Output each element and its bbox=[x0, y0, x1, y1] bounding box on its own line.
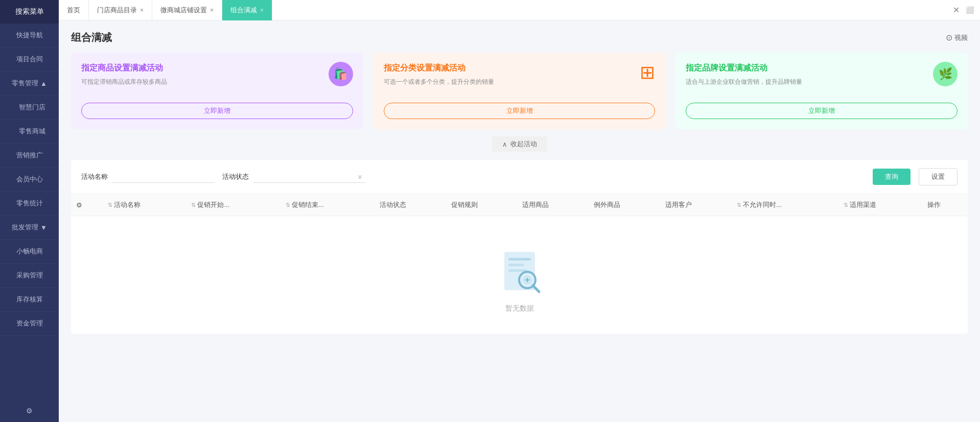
sidebar-item-retail-stats[interactable]: 零售统计 bbox=[0, 192, 59, 216]
grid-icon: ⊞ bbox=[640, 62, 655, 83]
sidebar-search[interactable]: 搜索菜单 bbox=[0, 0, 59, 24]
table-gear-icon[interactable]: ⚙ bbox=[76, 201, 82, 209]
empty-illustration bbox=[489, 247, 550, 298]
sidebar-item-project-contract[interactable]: 项目合同 bbox=[0, 48, 59, 72]
setting-button[interactable]: 设置 bbox=[919, 168, 958, 185]
tab-close-wechat-store[interactable]: × bbox=[210, 7, 214, 14]
filter-name-item: 活动名称 bbox=[81, 171, 214, 183]
table-header-row: ⚙ 活动名称 促销开始... 促销结束... 活动状态 促销规则 适用商品 例外… bbox=[71, 194, 968, 216]
card-category-discount: 指定分类设置满减活动 可选一个或者多个分类，提升分类的销量 ⊞ 立即新增 bbox=[374, 53, 666, 129]
card-product-title: 指定商品设置满减活动 bbox=[81, 63, 353, 74]
play-circle-icon: ⊙ bbox=[946, 33, 952, 42]
sidebar-item-member-center[interactable]: 会员中心 bbox=[0, 168, 59, 192]
bag-icon: 🛍️ bbox=[329, 62, 353, 86]
activity-name-label: 活动名称 bbox=[81, 172, 108, 181]
activity-status-select-wrapper: 进行中 已结束 未开始 ∨ bbox=[253, 171, 365, 183]
svg-rect-1 bbox=[508, 258, 531, 261]
svg-rect-2 bbox=[508, 264, 524, 266]
card-product-desc: 可指定滞销商品或库存较多商品 bbox=[81, 78, 353, 86]
col-applicable-channel[interactable]: 适用渠道 bbox=[838, 194, 922, 216]
col-promo-rule: 促销规则 bbox=[446, 194, 518, 216]
empty-text: 暂无数据 bbox=[505, 304, 534, 313]
tab-combo-discount[interactable]: 组合满减 × bbox=[222, 0, 272, 20]
sidebar-item-quick-nav[interactable]: 快捷导航 bbox=[0, 24, 59, 48]
close-window-icon[interactable]: ✕ bbox=[953, 5, 960, 15]
tab-close-combo-discount[interactable]: × bbox=[260, 7, 264, 14]
card-brand-desc: 适合与上游企业联合做营销，提升品牌销量 bbox=[686, 78, 958, 86]
col-operation: 操作 bbox=[922, 194, 968, 216]
col-exception-goods: 例外商品 bbox=[589, 194, 660, 216]
collapse-bar: ∧ 收起活动 bbox=[71, 136, 968, 152]
main-area: 首页 门店商品目录 × 微商城店铺设置 × 组合满减 × ✕ ⬜ 组合满减 ⊙ … bbox=[59, 0, 980, 422]
tab-store-catalog[interactable]: 门店商品目录 × bbox=[89, 0, 152, 20]
activity-name-input[interactable] bbox=[112, 171, 214, 183]
activity-status-select[interactable]: 进行中 已结束 未开始 bbox=[253, 171, 365, 182]
filter-row: 活动名称 活动状态 进行中 已结束 未开始 ∨ 查询 设置 bbox=[71, 160, 968, 194]
col-promo-start[interactable]: 促销开始... bbox=[186, 194, 280, 216]
col-no-same-time[interactable]: 不允许同时... bbox=[732, 194, 839, 216]
sidebar-item-fund-mgmt[interactable]: 资金管理 bbox=[0, 312, 59, 336]
card-category-desc: 可选一个或者多个分类，提升分类的销量 bbox=[384, 78, 656, 86]
chevron-down-icon: ▼ bbox=[40, 224, 47, 231]
col-gear: ⚙ bbox=[71, 194, 103, 216]
video-link[interactable]: ⊙ 视频 bbox=[946, 33, 968, 42]
chevron-up-icon: ▲ bbox=[40, 80, 47, 87]
chevron-up-icon: ∧ bbox=[502, 140, 507, 148]
tab-wechat-store[interactable]: 微商城店铺设置 × bbox=[152, 0, 222, 20]
table-wrap: ⚙ 活动名称 促销开始... 促销结束... 活动状态 促销规则 适用商品 例外… bbox=[71, 194, 968, 334]
tab-close-store-catalog[interactable]: × bbox=[140, 7, 144, 14]
add-product-discount-button[interactable]: 立即新增 bbox=[81, 103, 353, 119]
sidebar-item-purchase-mgmt[interactable]: 采购管理 bbox=[0, 264, 59, 288]
sidebar-item-marketing[interactable]: 营销推广 bbox=[0, 144, 59, 168]
window-controls: ✕ ⬜ bbox=[947, 5, 980, 15]
sidebar: 搜索菜单 快捷导航 项目合同 零售管理 ▲ 智慧门店 零售商城 营销推广 会员中… bbox=[0, 0, 59, 422]
card-brand-discount: 指定品牌设置满减活动 适合与上游企业联合做营销，提升品牌销量 🌿 立即新增 bbox=[675, 53, 968, 129]
sidebar-settings[interactable]: ⚙ bbox=[0, 400, 59, 422]
page-title: 组合满减 bbox=[71, 31, 112, 44]
sidebar-item-wholesale-mgmt[interactable]: 批发管理 ▼ bbox=[0, 216, 59, 240]
card-brand-title: 指定品牌设置满减活动 bbox=[686, 63, 958, 74]
card-category-title: 指定分类设置满减活动 bbox=[384, 63, 656, 74]
content-area: 组合满减 ⊙ 视频 指定商品设置满减活动 可指定滞销商品或库存较多商品 🛍️ 立… bbox=[59, 20, 980, 422]
page-header: 组合满减 ⊙ 视频 bbox=[71, 31, 968, 44]
query-button[interactable]: 查询 bbox=[873, 169, 911, 185]
leaf-icon: 🌿 bbox=[933, 62, 958, 86]
gear-icon: ⚙ bbox=[26, 407, 33, 415]
filter-status-item: 活动状态 进行中 已结束 未开始 ∨ bbox=[222, 171, 365, 183]
empty-state: 暂无数据 bbox=[71, 216, 968, 334]
tabs-bar: 首页 门店商品目录 × 微商城店铺设置 × 组合满减 × ✕ ⬜ bbox=[59, 0, 980, 20]
add-category-discount-button[interactable]: 立即新增 bbox=[384, 103, 656, 119]
add-brand-discount-button[interactable]: 立即新增 bbox=[686, 103, 958, 119]
card-product-discount: 指定商品设置满减活动 可指定滞销商品或库存较多商品 🛍️ 立即新增 bbox=[71, 53, 363, 129]
col-applicable-customer: 适用客户 bbox=[660, 194, 732, 216]
sidebar-item-inventory-check[interactable]: 库存核算 bbox=[0, 288, 59, 312]
activity-table: ⚙ 活动名称 促销开始... 促销结束... 活动状态 促销规则 适用商品 例外… bbox=[71, 194, 968, 216]
col-status: 活动状态 bbox=[375, 194, 446, 216]
tab-home[interactable]: 首页 bbox=[59, 0, 89, 20]
sidebar-item-retail-mgmt[interactable]: 零售管理 ▲ bbox=[0, 72, 59, 96]
activity-status-label: 活动状态 bbox=[222, 172, 249, 181]
col-name[interactable]: 活动名称 bbox=[103, 194, 186, 216]
col-promo-end[interactable]: 促销结束... bbox=[281, 194, 375, 216]
collapse-activities-button[interactable]: ∧ 收起活动 bbox=[492, 136, 547, 152]
sidebar-item-smart-store[interactable]: 智慧门店 bbox=[0, 96, 59, 120]
sidebar-item-retail-mall[interactable]: 零售商城 bbox=[0, 120, 59, 144]
col-applicable-goods: 适用商品 bbox=[517, 194, 589, 216]
maximize-window-icon[interactable]: ⬜ bbox=[966, 6, 974, 14]
activity-cards: 指定商品设置满减活动 可指定滞销商品或库存较多商品 🛍️ 立即新增 指定分类设置… bbox=[71, 53, 968, 129]
sidebar-item-xiaochang-ecom[interactable]: 小畅电商 bbox=[0, 240, 59, 264]
